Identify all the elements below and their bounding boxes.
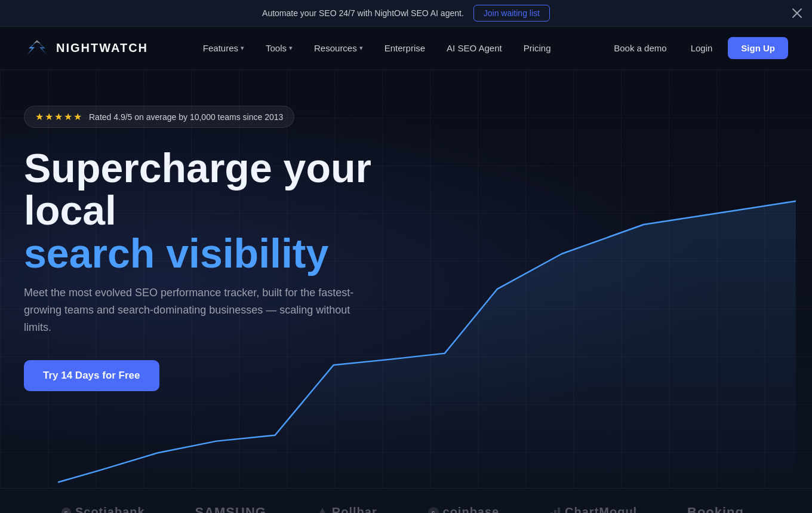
brand-coinbase: c coinbase: [427, 505, 500, 513]
hero-content: ★★★★★ Rated 4.9/5 on average by 10,000 t…: [24, 106, 454, 391]
features-chevron-icon: ▾: [241, 44, 244, 52]
resources-chevron-icon: ▾: [359, 44, 363, 52]
brand-rollbar: Rollbar: [316, 505, 377, 513]
rating-stars: ★★★★★: [35, 111, 83, 122]
rollbar-icon: [316, 506, 328, 514]
svg-text:S: S: [64, 510, 68, 514]
nav-ai-seo-agent[interactable]: AI SEO Agent: [438, 38, 510, 58]
signup-button[interactable]: Sign Up: [728, 37, 788, 59]
rating-text: Rated 4.9/5 on average by 10,000 teams s…: [89, 112, 283, 122]
nav-pricing[interactable]: Pricing: [515, 38, 559, 58]
nav-features[interactable]: Features ▾: [195, 38, 253, 58]
announcement-bar: Automate your SEO 24/7 with NightOwl SEO…: [0, 0, 812, 27]
tools-chevron-icon: ▾: [289, 44, 293, 52]
brand-samsung: SAMSUNG: [195, 505, 266, 514]
cta-try-free-button[interactable]: Try 14 Days for Free: [24, 360, 159, 391]
brand-scotiabank: S Scotiabank: [61, 505, 145, 513]
coinbase-icon: c: [427, 506, 439, 514]
svg-text:c: c: [431, 509, 435, 514]
navbar: NIGHTWATCH Features ▾ Tools ▾ Resources …: [0, 27, 812, 70]
svg-rect-9: [554, 510, 556, 514]
book-demo-button[interactable]: Book a demo: [605, 38, 675, 58]
brands-bar: S Scotiabank SAMSUNG Rollbar c coinbase …: [0, 488, 812, 513]
nav-enterprise[interactable]: Enterprise: [376, 38, 433, 58]
nav-right: Book a demo Login Sign Up: [605, 37, 788, 59]
nav-resources[interactable]: Resources ▾: [306, 38, 371, 58]
announcement-text: Automate your SEO 24/7 with NightOwl SEO…: [262, 8, 464, 18]
hero-section: ★★★★★ Rated 4.9/5 on average by 10,000 t…: [0, 70, 812, 488]
logo[interactable]: NIGHTWATCH: [24, 39, 148, 58]
close-icon: [792, 8, 802, 19]
scotiabank-icon: S: [61, 507, 72, 514]
hero-subtitle: Meet the most evolved SEO performance tr…: [24, 284, 370, 336]
brand-chartmogul: ChartMogul: [549, 505, 637, 513]
hero-headline: Supercharge your local search visibility: [24, 147, 454, 275]
svg-rect-10: [558, 508, 560, 514]
logo-text: NIGHTWATCH: [56, 41, 148, 55]
close-announcement-button[interactable]: [792, 8, 802, 19]
nav-tools[interactable]: Tools ▾: [257, 38, 301, 58]
join-waiting-list-button[interactable]: Join waiting list: [473, 5, 550, 21]
nightwatch-logo-icon: [24, 39, 50, 58]
svg-marker-5: [318, 508, 327, 514]
rating-badge: ★★★★★ Rated 4.9/5 on average by 10,000 t…: [24, 106, 294, 128]
brand-booking: Booking .: [687, 505, 751, 514]
chartmogul-icon: [549, 506, 561, 514]
nav-center: Features ▾ Tools ▾ Resources ▾ Enterpris…: [195, 38, 559, 58]
login-button[interactable]: Login: [682, 38, 721, 58]
